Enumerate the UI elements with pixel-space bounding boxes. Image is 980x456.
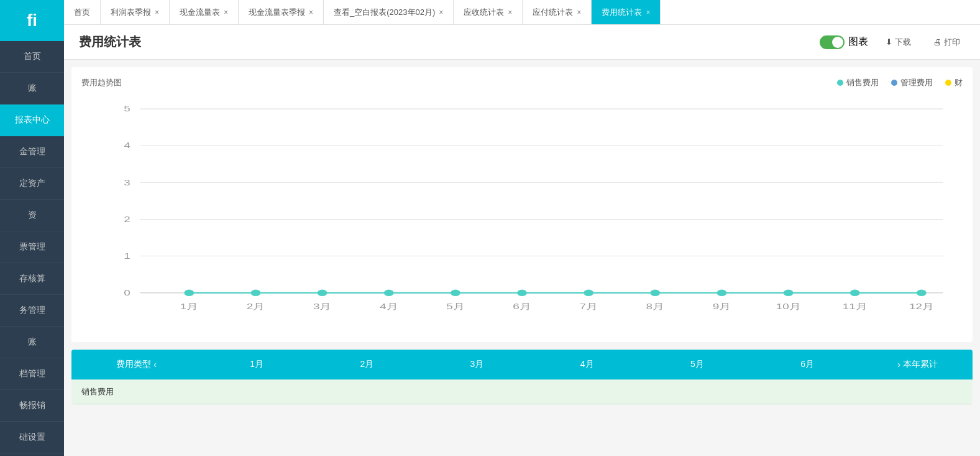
svg-text:5月: 5月 (446, 302, 464, 310)
tab-现金流量表季报[interactable]: 现金流量表季报× (239, 0, 324, 24)
sidebar: fi 首页账报表中心金管理定资产资票管理存核算务管理账档管理畅报销础设置 (0, 0, 64, 456)
sidebar-item-首页[interactable]: 首页 (0, 41, 64, 73)
svg-point-35 (850, 289, 860, 296)
th-费用类型: 费用类型‹ (71, 359, 201, 370)
svg-text:12月: 12月 (909, 302, 934, 310)
svg-text:9月: 9月 (713, 302, 731, 310)
prev-month-button[interactable]: ‹ (153, 359, 157, 370)
legend-item-财: 财 (945, 77, 963, 88)
chart-section: 费用趋势图 销售费用管理费用财 5 4 3 (71, 67, 973, 342)
tab-查看_空白报表(2023年02月)[interactable]: 查看_空白报表(2023年02月)× (324, 0, 454, 24)
sidebar-item-务管理[interactable]: 务管理 (0, 295, 64, 327)
legend-label: 销售费用 (846, 77, 879, 88)
svg-text:2: 2 (124, 215, 131, 223)
svg-text:11月: 11月 (843, 302, 868, 310)
tab-close-icon[interactable]: × (155, 8, 159, 17)
svg-point-28 (384, 289, 394, 296)
toggle-wrap: 图表 (820, 35, 868, 49)
print-button[interactable]: 🖨 打印 (928, 34, 965, 50)
tab-label: 现金流量表 (180, 7, 220, 18)
legend-dot (945, 80, 951, 86)
svg-point-34 (784, 289, 794, 296)
svg-text:2月: 2月 (247, 302, 265, 310)
download-icon: ⬇ (886, 37, 892, 47)
tab-label: 应收统计表 (464, 7, 504, 18)
tab-close-icon[interactable]: × (309, 8, 313, 17)
svg-text:1: 1 (124, 251, 131, 260)
legend-item-管理费用: 管理费用 (891, 77, 933, 88)
chart-title: 费用趋势图 (81, 77, 122, 88)
svg-text:8月: 8月 (646, 302, 664, 310)
svg-text:0: 0 (124, 288, 131, 297)
svg-text:3月: 3月 (313, 302, 331, 310)
svg-text:5: 5 (124, 105, 131, 113)
table-section: 费用类型‹1月2月3月4月5月6月›本年累计 销售费用 (71, 350, 973, 404)
svg-text:4月: 4月 (380, 302, 398, 310)
sidebar-item-票管理[interactable]: 票管理 (0, 231, 64, 263)
tab-close-icon[interactable]: × (508, 8, 512, 17)
line-chart: 5 4 3 2 1 0 1月 2月 3月 4月 5月 6月 7月 8月 (81, 96, 963, 332)
chart-container: 5 4 3 2 1 0 1月 2月 3月 4月 5月 6月 7月 8月 (81, 96, 963, 332)
sidebar-items: 首页账报表中心金管理定资产资票管理存核算务管理账档管理畅报销础设置 (0, 41, 64, 456)
download-button[interactable]: ⬇ 下载 (881, 34, 916, 50)
th-2月: 2月 (312, 359, 422, 370)
tab-close-icon[interactable]: × (577, 8, 581, 17)
legend-item-销售费用: 销售费用 (837, 77, 879, 88)
sidebar-item-资[interactable]: 资 (0, 200, 64, 231)
svg-point-27 (318, 289, 327, 296)
tab-利润表季报[interactable]: 利润表季报× (101, 0, 170, 24)
tab-费用统计表[interactable]: 费用统计表× (592, 0, 661, 24)
svg-point-29 (451, 289, 460, 296)
svg-point-33 (717, 289, 727, 296)
legend-label: 管理费用 (900, 77, 933, 88)
tab-close-icon[interactable]: × (439, 8, 443, 17)
tab-close-icon[interactable]: × (224, 8, 228, 17)
svg-point-30 (517, 289, 527, 296)
svg-text:6月: 6月 (513, 302, 531, 310)
sidebar-item-定资产[interactable]: 定资产 (0, 168, 64, 200)
sidebar-item-金管理[interactable]: 金管理 (0, 136, 64, 168)
sidebar-item-账[interactable]: 账 (0, 327, 64, 358)
tab-应付统计表[interactable]: 应付统计表× (523, 0, 592, 24)
table-header-row: 费用类型‹1月2月3月4月5月6月›本年累计 (71, 350, 973, 379)
tab-bar: 首页利润表季报×现金流量表×现金流量表季报×查看_空白报表(2023年02月)×… (64, 0, 980, 25)
legend-label: 财 (955, 77, 963, 88)
next-month-button[interactable]: › (897, 359, 900, 370)
legend-dot (837, 80, 843, 86)
th-6月: 6月 (753, 359, 863, 370)
tab-首页[interactable]: 首页 (64, 0, 101, 24)
th-3月: 3月 (422, 359, 532, 370)
svg-text:1月: 1月 (180, 302, 198, 310)
th-1月: 1月 (201, 359, 311, 370)
tab-label: 现金流量表季报 (249, 7, 305, 18)
legend-dot (891, 80, 897, 86)
page-header: 费用统计表 图表 ⬇ 下载 🖨 打印 (64, 25, 980, 60)
svg-text:7月: 7月 (579, 302, 597, 310)
sidebar-item-报表中心[interactable]: 报表中心 (0, 105, 64, 136)
th-本年累计: ›本年累计 (863, 359, 973, 370)
sidebar-item-档管理[interactable]: 档管理 (0, 358, 64, 390)
svg-point-26 (251, 289, 261, 296)
chart-header: 费用趋势图 销售费用管理费用财 (81, 77, 963, 88)
page-body: 费用统计表 图表 ⬇ 下载 🖨 打印 费用趋势图 (64, 25, 980, 456)
table-data-row: 销售费用 (71, 379, 973, 404)
svg-point-36 (917, 289, 927, 296)
main-content: 首页利润表季报×现金流量表×现金流量表季报×查看_空白报表(2023年02月)×… (64, 0, 980, 456)
th-5月: 5月 (642, 359, 752, 370)
tab-label: 费用统计表 (602, 7, 642, 18)
tab-close-icon[interactable]: × (646, 8, 650, 17)
toggle-label: 图表 (848, 35, 868, 49)
tab-应收统计表[interactable]: 应收统计表× (454, 0, 523, 24)
th-4月: 4月 (532, 359, 642, 370)
sidebar-item-畅报销[interactable]: 畅报销 (0, 390, 64, 422)
sidebar-item-账[interactable]: 账 (0, 73, 64, 105)
chart-toggle[interactable] (820, 35, 845, 49)
tab-label: 查看_空白报表(2023年02月) (334, 7, 435, 18)
sidebar-item-础设置[interactable]: 础设置 (0, 422, 64, 454)
svg-point-31 (584, 289, 593, 296)
chart-legend: 销售费用管理费用财 (837, 77, 963, 88)
print-icon: 🖨 (933, 37, 941, 47)
sidebar-item-存核算[interactable]: 存核算 (0, 263, 64, 295)
tab-现金流量表[interactable]: 现金流量表× (170, 0, 239, 24)
svg-point-25 (184, 289, 194, 296)
